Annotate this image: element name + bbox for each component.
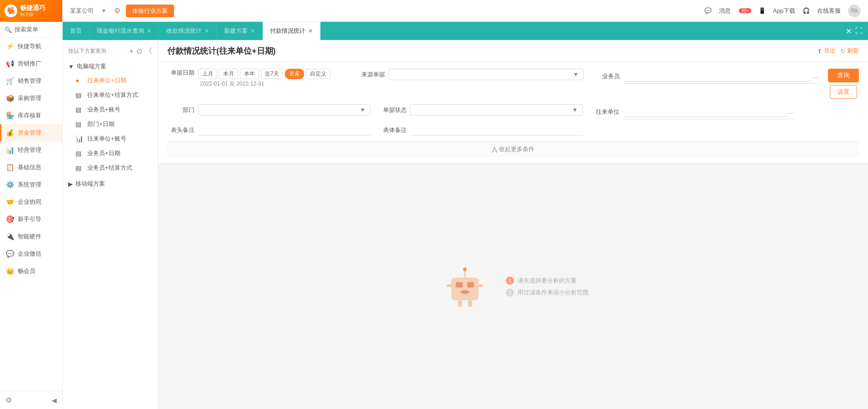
tab-payment-stats[interactable]: 付款情况统计 ✕ xyxy=(263,22,320,40)
tip-num-1: 1 xyxy=(506,277,514,285)
query-btn[interactable]: 查询 xyxy=(828,69,859,82)
sidebar-item-label: 销售管理 xyxy=(18,77,41,85)
online-service-label[interactable]: 在线客服 xyxy=(817,7,841,15)
left-panel-actions: + ⊙ 《 xyxy=(130,46,152,56)
sidebar-footer: ⚙ ◀ xyxy=(0,391,62,409)
tabbar-close-icon[interactable]: ✕ xyxy=(846,27,852,35)
sidebar-item-system[interactable]: ⚙️ 系统管理 xyxy=(0,176,62,193)
date-btn-last7[interactable]: 近7天 xyxy=(261,69,283,79)
app-download-label[interactable]: App下载 xyxy=(773,7,795,15)
sidebar-item-member[interactable]: 👑 畅会员 xyxy=(0,263,62,280)
date-btn-this-year[interactable]: 本年 xyxy=(240,69,259,79)
sidebar-item-operation[interactable]: 📊 经营管理 xyxy=(0,141,62,159)
content-header: 付款情况统计(往来单位+日期) ⬆ 导出 ↻ 刷新 xyxy=(158,40,868,62)
footer-collapse-icon[interactable]: ◀ xyxy=(52,397,57,404)
date-label: 单据日期 xyxy=(167,69,195,77)
department-label: 部门 xyxy=(167,106,195,114)
messages-label[interactable]: 消息 xyxy=(719,7,731,15)
tab-payment-stats-close[interactable]: ✕ xyxy=(308,28,313,34)
scheme-item-0[interactable]: ● 往来单位+日期 xyxy=(63,73,158,88)
date-btn-custom[interactable]: 自定义 xyxy=(306,69,330,79)
sidebar-item-sales[interactable]: 🛒 销售管理 xyxy=(0,72,62,90)
department-select[interactable]: ▼ xyxy=(198,104,370,116)
topbar-gear-icon[interactable]: ⚙ xyxy=(114,6,120,15)
doc-status-select[interactable]: ▼ xyxy=(410,104,583,116)
table-header-note-input[interactable] xyxy=(198,125,370,136)
sidebar-item-guide[interactable]: 🎯 新手引导 xyxy=(0,211,62,228)
sidebar-item-enterprise[interactable]: 🤝 企业协同 xyxy=(0,193,62,211)
scheme-item-2[interactable]: ▤ 业务员+账号 xyxy=(63,102,158,117)
left-panel-collapse-btn[interactable]: 《 xyxy=(145,46,152,56)
export-label: 导出 xyxy=(824,47,836,55)
hardware-icon: 🔌 xyxy=(6,232,14,241)
scheme-item-1[interactable]: ▤ 往来单位+结算方式 xyxy=(63,88,158,102)
sidebar-item-inventory[interactable]: 🏪 库存核算 xyxy=(0,107,62,124)
sidebar-item-label: 企业微信 xyxy=(18,250,41,258)
tab-bank-flow-close[interactable]: ✕ xyxy=(147,28,151,34)
sidebar-item-hardware[interactable]: 🔌 智能硬件 xyxy=(0,228,62,245)
sidebar-item-wechat[interactable]: 💬 企业微信 xyxy=(0,245,62,263)
page-title: 付款情况统计(往来单位+日期) xyxy=(167,45,276,56)
date-btn-this-month[interactable]: 本月 xyxy=(219,69,238,79)
tab-collection-stats[interactable]: 收款情况统计 ✕ xyxy=(159,22,217,40)
filter-row-2: 部门 ▼ 单据状态 ▼ 往来单位 xyxy=(167,104,859,119)
export-icon: ⬆ xyxy=(817,48,822,55)
wechat-icon: 💬 xyxy=(6,250,14,258)
salesperson-dots[interactable]: ... xyxy=(812,72,818,80)
tabbar: 首页 现金银行流水查询 ✕ 收款情况统计 ✕ 新建方案 ✕ 付款情况统计 ✕ ✕… xyxy=(63,22,868,40)
sidebar-item-purchase[interactable]: 📦 采购管理 xyxy=(0,90,62,107)
scheme-item-6[interactable]: ▤ 业务员+结算方式 xyxy=(63,161,158,175)
refresh-btn[interactable]: ↻ 刷新 xyxy=(840,47,859,55)
table-body-note-input[interactable] xyxy=(410,125,583,136)
scheme-group-desktop-header[interactable]: ▼ 电脑端方案 xyxy=(63,60,158,73)
table-header-note-label: 表头备注 xyxy=(167,126,195,134)
sidebar-item-label: 系统管理 xyxy=(18,181,41,189)
sidebar-item-quick-nav[interactable]: ⚡ 快捷导航 xyxy=(0,38,62,55)
filter-area: 单据日期 上月 本月 本年 近7天 更多 自定义 2022-01-01 至 20… xyxy=(158,62,868,164)
scheme-item-5[interactable]: ▤ 业务员+日期 xyxy=(63,146,158,161)
scheme-item-4[interactable]: 📊 往来单位+账号 xyxy=(63,131,158,146)
partner-input[interactable] xyxy=(624,106,788,117)
tabbar-expand-icon[interactable]: ⛶ xyxy=(855,27,863,35)
tab-bank-flow[interactable]: 现金银行流水查询 ✕ xyxy=(90,22,159,40)
tab-new-scheme[interactable]: 新建方案 ✕ xyxy=(217,22,263,40)
scheme-item-3[interactable]: ▤ 部门+日期 xyxy=(63,117,158,131)
refresh-label: 刷新 xyxy=(847,47,859,55)
sidebar: 畅 畅捷通巧 标准版 🔍 搜索菜单 ⚡ 快捷导航 📢 营销推广 🛒 销售管理 📦… xyxy=(0,0,63,409)
tip-2-text: 用过滤条件来缩小分析范围 xyxy=(518,288,589,297)
settings-btn[interactable]: 设置 xyxy=(830,85,857,99)
filter-date: 单据日期 上月 本月 本年 近7天 更多 自定义 2022-01-01 至 20… xyxy=(167,69,330,88)
trial-btn[interactable]: 体验行业方案 xyxy=(126,5,174,17)
tab-new-scheme-close[interactable]: ✕ xyxy=(250,28,255,34)
doc-status-label: 单据状态 xyxy=(379,106,407,114)
scheme-settings-btn[interactable]: ⊙ xyxy=(136,47,142,56)
avatar[interactable]: Rit xyxy=(848,5,861,17)
date-btns: 上月 本月 本年 近7天 更多 自定义 xyxy=(198,69,330,79)
filter-table-body-note: 表体备注 xyxy=(379,125,583,136)
sidebar-item-label: 基础信息 xyxy=(18,163,41,172)
salesperson-input-wrap: ... xyxy=(624,69,819,84)
scheme-item-icon-4: 📊 xyxy=(75,135,84,142)
tab-home[interactable]: 首页 xyxy=(63,22,90,40)
export-btn[interactable]: ⬆ 导出 xyxy=(817,47,836,55)
salesperson-input[interactable] xyxy=(624,71,812,81)
scheme-item-icon-5: ▤ xyxy=(75,150,84,157)
sidebar-item-basic[interactable]: 📋 基础信息 xyxy=(0,159,62,176)
topbar: 某某公司 ▼ ⚙ 体验行业方案 💬 消息 99+ 📱 App下载 🎧 在线客服 … xyxy=(63,0,868,22)
sidebar-search[interactable]: 🔍 搜索菜单 xyxy=(0,22,62,38)
scheme-item-label-4: 往来单位+账号 xyxy=(87,135,126,143)
sidebar-item-capital[interactable]: 💰 资金管理 xyxy=(0,124,62,141)
tab-collection-stats-close[interactable]: ✕ xyxy=(205,28,209,34)
collapse-bar[interactable]: ⋀ 收起更多条件 xyxy=(167,141,859,157)
collapse-icon: ⋀ xyxy=(492,146,497,153)
date-btn-more[interactable]: 更多 xyxy=(285,69,304,79)
add-scheme-btn[interactable]: + xyxy=(130,47,134,56)
scheme-group-mobile-header[interactable]: ▶ 移动端方案 xyxy=(63,177,158,191)
sidebar-item-marketing[interactable]: 📢 营销推广 xyxy=(0,55,62,72)
logo-badge: 标准版 xyxy=(20,11,45,18)
date-btn-last-month[interactable]: 上月 xyxy=(198,69,217,79)
source-select[interactable]: ▼ xyxy=(389,69,584,80)
footer-settings-icon[interactable]: ⚙ xyxy=(5,396,12,404)
partner-dots[interactable]: ... xyxy=(788,107,794,116)
filter-table-header-note: 表头备注 xyxy=(167,125,370,136)
